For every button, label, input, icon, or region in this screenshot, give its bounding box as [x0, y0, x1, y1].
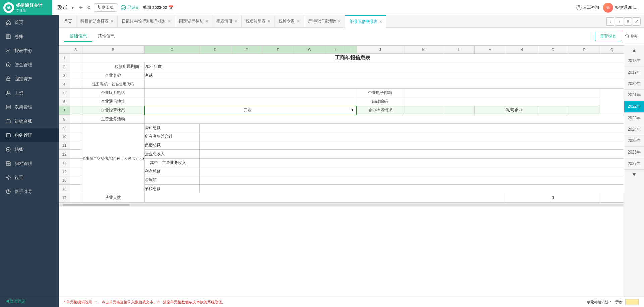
tab-close-income-tax[interactable]: ✕	[338, 19, 341, 23]
year-2021[interactable]: 2021年	[624, 90, 644, 101]
h-scroll-area[interactable]	[59, 202, 624, 207]
sidebar-item-closing[interactable]: 结账	[0, 142, 59, 157]
col-header-g[interactable]: G	[294, 46, 325, 54]
cell-12-a[interactable]	[70, 150, 82, 159]
tab-other[interactable]: 其他信息	[92, 31, 120, 42]
sidebar-item-funds[interactable]: ¥ 资金管理	[0, 58, 59, 72]
cell-15-c[interactable]: 净利润	[145, 176, 200, 185]
col-header-j[interactable]: J	[357, 46, 404, 54]
cell-6-c[interactable]	[145, 97, 357, 106]
col-header-l[interactable]: L	[443, 46, 475, 54]
col-header-n[interactable]: N	[506, 46, 537, 54]
pin-button[interactable]: ◀取消固定	[0, 296, 59, 307]
tab-close-annual[interactable]: ✕	[379, 20, 382, 24]
cell-2-b[interactable]: 税款所属期间：	[82, 62, 144, 71]
col-header-m[interactable]: M	[474, 46, 506, 54]
dropdown-arrow-icon[interactable]: ▼	[350, 107, 356, 112]
year-2025[interactable]: 2025年	[624, 135, 644, 147]
tab-tax-wave[interactable]: 税负波动表 ✕	[241, 15, 275, 28]
col-header-o[interactable]: O	[537, 46, 569, 54]
year-2027[interactable]: 2027年	[624, 158, 644, 170]
tab-aux[interactable]: 科目辅助余额表 ✕	[76, 15, 118, 28]
cell-8-a[interactable]	[70, 115, 82, 124]
add-icon[interactable]: ＋	[78, 4, 84, 11]
year-2018[interactable]: 2018年	[624, 55, 644, 67]
cell-9-a[interactable]	[70, 124, 82, 132]
cell-13-c[interactable]: 其中：主营业务收入	[145, 159, 200, 167]
tab-close-tax-expert[interactable]: ✕	[297, 19, 300, 23]
cell-11-c[interactable]: 负债总额	[145, 141, 200, 150]
col-header-k[interactable]: K	[404, 46, 443, 54]
cell-5-b[interactable]: 企业联系电话	[82, 89, 144, 97]
cell-7-a[interactable]	[70, 106, 82, 115]
year-2024[interactable]: 2024年	[624, 124, 644, 135]
cell-2-a[interactable]	[70, 62, 82, 71]
tab-fixed-cat[interactable]: 固定资产类别 ✕	[175, 15, 212, 28]
sidebar-item-tax[interactable]: 税务管理	[0, 128, 59, 142]
cell-1-title[interactable]: 工商年报信息表	[82, 54, 624, 62]
cell-17-b[interactable]: 从业人数	[82, 193, 144, 202]
switch-old-button[interactable]: 切到旧版	[94, 3, 117, 12]
year-panel-down[interactable]: ▼	[624, 170, 644, 180]
cell-5-k[interactable]	[404, 89, 600, 97]
col-header-d[interactable]: D	[200, 46, 231, 54]
year-2019[interactable]: 2019年	[624, 67, 644, 78]
col-header-c[interactable]: C	[145, 46, 200, 54]
cell-7-p[interactable]	[569, 106, 600, 115]
tab-basic[interactable]: 基础信息	[64, 31, 92, 42]
cell-1-a[interactable]	[70, 54, 82, 62]
sidebar-item-settings[interactable]: 设置	[0, 171, 59, 185]
col-header-h[interactable]: H	[325, 46, 345, 54]
tab-income-tax[interactable]: 所得税汇算清缴 ✕	[304, 15, 345, 28]
cell-6-j[interactable]: 邮政编码	[357, 97, 404, 106]
tab-close-tax-wave[interactable]: ✕	[268, 19, 270, 23]
col-header-a[interactable]: A	[70, 46, 82, 54]
sidebar-item-payroll[interactable]: 工资	[0, 86, 59, 100]
cell-4-c[interactable]	[145, 80, 624, 89]
cell-12-d[interactable]	[200, 150, 624, 159]
cell-14-c[interactable]: 利润总额	[145, 167, 200, 176]
refresh-button[interactable]: 刷新	[625, 32, 639, 41]
tab-close-tax-list[interactable]: ✕	[234, 19, 237, 23]
tab-tax-expert[interactable]: 税检专家 ✕	[275, 15, 304, 28]
col-header-f[interactable]: F	[262, 46, 294, 54]
cell-6-a[interactable]	[70, 97, 82, 106]
cell-14-a[interactable]	[70, 167, 82, 176]
tab-close-journal[interactable]: ✕	[168, 19, 171, 23]
tab-expand-button[interactable]: ⤢	[633, 17, 641, 26]
tab-journal[interactable]: 日记账与银行对账单核对 ✕	[118, 15, 175, 28]
cell-3-b[interactable]: 企业名称	[82, 71, 144, 80]
tab-prev-button[interactable]: ‹	[606, 17, 614, 26]
cell-7-c-selected[interactable]: 开业 ▼	[145, 106, 357, 115]
cell-5-a[interactable]	[70, 89, 82, 97]
cell-13-d[interactable]	[200, 159, 624, 167]
cell-7-m[interactable]	[474, 106, 506, 115]
cell-17-a[interactable]	[70, 193, 82, 202]
cell-11-d[interactable]	[200, 141, 624, 150]
cell-4-b[interactable]: 注册号/统一社会信用代码	[82, 80, 144, 89]
sidebar-item-fixed[interactable]: 固定资产	[0, 72, 59, 86]
col-header-i[interactable]: I	[345, 46, 357, 54]
cell-3-c[interactable]: 测试	[145, 71, 624, 80]
year-2026[interactable]: 2026年	[624, 147, 644, 158]
col-header-q[interactable]: Q	[600, 46, 624, 54]
cell-7-j[interactable]: 企业控股情况	[357, 106, 404, 115]
settings-icon[interactable]: ⚙	[87, 5, 91, 10]
sidebar-item-invoice[interactable]: 发票管理	[0, 100, 59, 114]
cell-3-a[interactable]	[70, 71, 82, 80]
cell-7-b[interactable]: 企业经营状态	[82, 106, 144, 115]
cell-7-k[interactable]	[404, 106, 443, 115]
col-header-p[interactable]: P	[569, 46, 600, 54]
year-2023[interactable]: 2023年	[624, 113, 644, 124]
cell-17-c[interactable]	[145, 193, 506, 202]
tab-home[interactable]: 首页	[60, 15, 76, 28]
cell-2-c[interactable]: 2022年度	[145, 62, 624, 71]
tab-close-fixed[interactable]: ✕	[205, 19, 208, 23]
sidebar-item-guide[interactable]: 新手引导	[0, 185, 59, 199]
sidebar-item-inventory[interactable]: 进销台账	[0, 114, 59, 128]
cell-4-a[interactable]	[70, 80, 82, 89]
cell-8-b[interactable]: 主营业务活动	[82, 115, 144, 124]
sidebar-item-ledger[interactable]: 总账	[0, 30, 59, 44]
cell-16-c[interactable]: 纳税总额	[145, 185, 200, 193]
cell-16-a[interactable]	[70, 185, 82, 193]
